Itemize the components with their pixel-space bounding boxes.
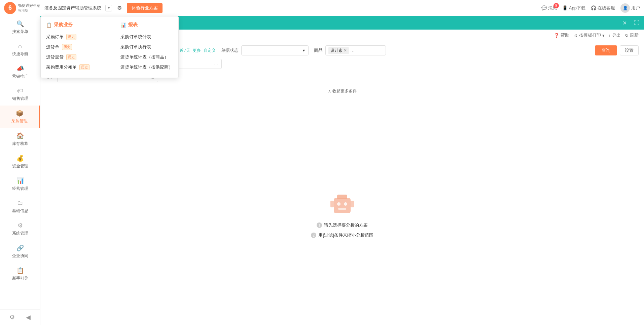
- hint1-icon: 1: [317, 222, 322, 228]
- message-icon: 💬: [541, 5, 547, 10]
- business-section: 📋 采购业务 采购订单 历史 进货单 历史 进货退货 历史 采购费用分摊单 历史: [46, 22, 93, 72]
- notifications-btn[interactable]: 💬 消息 9: [541, 5, 557, 11]
- help-btn[interactable]: ❓ 帮助: [554, 32, 569, 38]
- badge-count: 9: [553, 3, 559, 8]
- top-header: 6 畅捷通好生意 标准版 装备及固定资产辅助管理系统 ▾ ⚙ 体验行业方案 💬 …: [0, 0, 644, 16]
- purchase-icon: 📦: [16, 110, 23, 117]
- tab-close-window-btn[interactable]: ✕: [620, 18, 629, 28]
- sidebar-item-guide[interactable]: 📋 新手引导: [0, 263, 40, 285]
- empty-hint-1: 1 请先选择要分析的方案: [317, 222, 368, 228]
- sidebar-item-base-info[interactable]: 🗂 基础信息: [0, 196, 40, 218]
- dropdown-item-purchase-goods[interactable]: 进货单 历史: [46, 42, 93, 52]
- dropdown-item-purchase-order[interactable]: 采购订单 历史: [46, 32, 93, 42]
- order-exec-label: 采购订单执行表: [120, 44, 151, 50]
- sidebar-item-enterprise[interactable]: 🔗 企业协同: [0, 240, 40, 263]
- sidebar-label: 销售管理: [12, 96, 28, 101]
- svg-rect-1: [337, 195, 347, 199]
- online-service-btn[interactable]: 🎧 在线客服: [591, 5, 615, 11]
- empty-state: 1 请先选择要分析的方案 2 用[过滤]条件来缩小分析范围: [40, 101, 644, 325]
- purchase-fee-label: 采购费用分摊单: [46, 64, 77, 70]
- dropdown-item-goods-stats-by-product[interactable]: 进货单统计表（按商品）: [120, 52, 173, 62]
- goods-stats-supplier-label: 进货单统计表（按供应商）: [120, 64, 173, 70]
- home-icon: ⌂: [18, 43, 22, 50]
- clipboard-icon: 📋: [16, 267, 24, 274]
- sidebar-item-search[interactable]: 🔍 搜索菜单: [0, 16, 40, 39]
- voucher-status-select[interactable]: ▾: [241, 45, 309, 55]
- tag-icon: 🏷: [17, 87, 23, 94]
- sidebar-footer: ⚙ ◀: [0, 309, 40, 325]
- salesperson-ellipsis[interactable]: …: [214, 62, 218, 66]
- sidebar-label: 企业协同: [12, 253, 28, 259]
- sidebar-label: 资金管理: [12, 163, 28, 169]
- logo-area: 6 畅捷通好生意 标准版: [4, 2, 44, 14]
- shortcut-7days[interactable]: 近7天: [180, 48, 190, 53]
- purchase-order-label: 采购订单: [46, 34, 64, 40]
- print-btn[interactable]: 🖨 按模板打印 ▾: [573, 32, 605, 38]
- sidebar-item-inventory[interactable]: 🏠 库存核算: [0, 128, 40, 151]
- app-download-btn[interactable]: 📱 App下载: [562, 5, 585, 11]
- header-settings-btn[interactable]: ⚙: [115, 3, 124, 13]
- report-icon: 📊: [120, 22, 126, 28]
- header-center: 装备及固定资产辅助管理系统 ▾ ⚙ 体验行业方案: [44, 3, 541, 13]
- industry-btn[interactable]: 体验行业方案: [127, 3, 163, 13]
- app-download-label: App下载: [569, 5, 585, 11]
- purchase-goods-badge: 历史: [62, 44, 72, 50]
- purchase-goods-label: 进货单: [46, 44, 59, 50]
- dropdown-item-order-stats[interactable]: 采购订单统计表: [120, 32, 173, 42]
- sidebar-label: 快捷导航: [12, 51, 28, 57]
- sidebar-collapse-icon[interactable]: ◀: [26, 314, 31, 321]
- svg-point-2: [337, 202, 341, 206]
- empty-illustration: [325, 188, 359, 218]
- dropdown-item-goods-stats-by-supplier[interactable]: 进货单统计表（按供应商）: [120, 62, 173, 72]
- shortcut-more[interactable]: 更多: [193, 48, 201, 53]
- export-btn[interactable]: ↑ 导出: [609, 32, 621, 38]
- hint2-text: 用[过滤]条件来缩小分析范围: [318, 232, 373, 238]
- report-section: 📊 报表 采购订单统计表 采购订单执行表 进货单统计表（按商品） 进货单统计表（…: [120, 22, 173, 72]
- chart-icon: 📊: [16, 177, 24, 185]
- collapse-btn[interactable]: ∧ 收起更多条件: [328, 88, 357, 94]
- dropdown-item-purchase-return[interactable]: 进货退货 历史: [46, 52, 93, 62]
- collapse-row: ∧ 收起更多条件: [46, 86, 639, 97]
- online-service-label: 在线客服: [598, 5, 615, 11]
- refresh-btn[interactable]: ↻ 刷新: [625, 32, 639, 38]
- filter-goods: 商品 设计素 ✕ …: [314, 45, 386, 55]
- setting-btn[interactable]: 设置: [620, 45, 639, 55]
- sidebar-item-purchase[interactable]: 📦 采购管理: [0, 106, 40, 128]
- sidebar-label: 基础信息: [12, 208, 28, 214]
- goods-tag-close[interactable]: ✕: [344, 48, 347, 53]
- tab-maximize-btn[interactable]: ⛶: [632, 18, 641, 28]
- help-icon: ❓: [554, 33, 559, 38]
- system-dropdown-btn[interactable]: ▾: [105, 5, 112, 11]
- order-stats-label: 采购订单统计表: [120, 34, 151, 40]
- query-btn[interactable]: 查询: [595, 45, 617, 55]
- empty-hint-2: 2 用[过滤]条件来缩小分析范围: [311, 232, 373, 238]
- warehouse-icon: 🏠: [16, 132, 24, 139]
- sidebar-item-system[interactable]: ⚙ 系统管理: [0, 218, 40, 240]
- sidebar-item-quick-nav[interactable]: ⌂ 快捷导航: [0, 39, 40, 61]
- empty-svg: [325, 188, 359, 218]
- goods-tag-filter[interactable]: 设计素 ✕ …: [325, 45, 386, 55]
- filter-voucher-status: 单据状态 ▾: [221, 45, 309, 55]
- sidebar: 🔍 搜索菜单 ⌂ 快捷导航 📣 营销推广 🏷 销售管理 📦 采购管理 🏠 库存核…: [0, 16, 40, 325]
- sidebar-label: 搜索菜单: [12, 29, 28, 35]
- collapse-arrow-icon: ∧: [328, 89, 331, 94]
- sidebar-label: 库存核算: [12, 141, 28, 147]
- user-btn[interactable]: 👤 用户: [620, 3, 640, 13]
- voucher-status-label: 单据状态: [221, 47, 239, 53]
- goods-more[interactable]: …: [350, 48, 355, 53]
- sidebar-item-marketing[interactable]: 📣 营销推广: [0, 61, 40, 83]
- refresh-icon: ↻: [625, 33, 629, 38]
- svg-rect-0: [334, 198, 351, 213]
- shortcut-custom[interactable]: 自定义: [204, 48, 216, 53]
- phone-icon: 📱: [562, 5, 568, 10]
- sidebar-item-operation[interactable]: 📊 经营管理: [0, 173, 40, 196]
- date-shortcuts: 近7天 更多 自定义: [180, 48, 216, 53]
- avatar: 👤: [620, 3, 630, 13]
- report-title-label: 报表: [128, 22, 138, 28]
- footer-settings-icon[interactable]: ⚙: [9, 314, 15, 321]
- sidebar-item-finance[interactable]: 💰 资金管理: [0, 151, 40, 173]
- dropdown-item-purchase-fee[interactable]: 采购费用分摊单 历史: [46, 62, 93, 72]
- dropdown-item-order-exec[interactable]: 采购订单执行表: [120, 42, 173, 52]
- sidebar-item-sales[interactable]: 🏷 销售管理: [0, 83, 40, 106]
- print-label: 按模板打印: [579, 32, 601, 38]
